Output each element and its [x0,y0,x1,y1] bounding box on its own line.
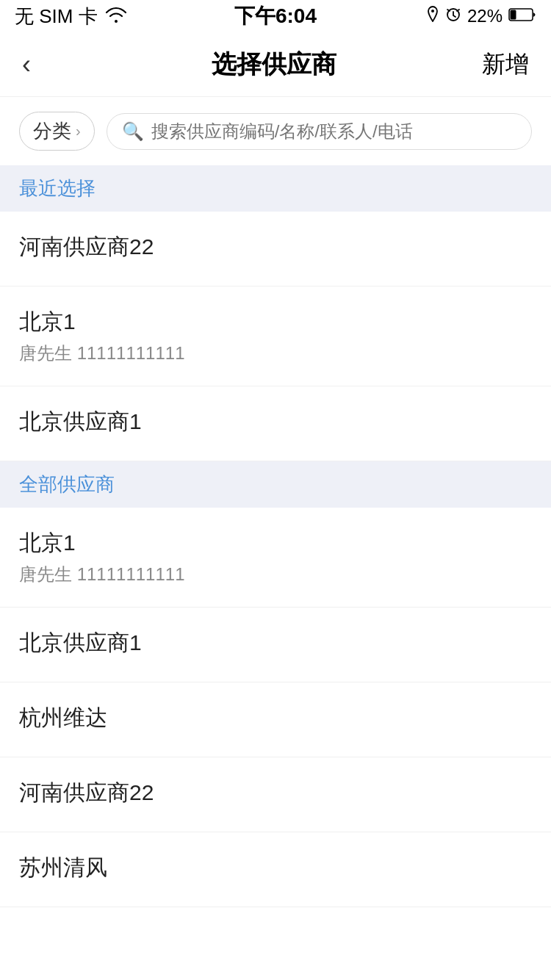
battery-percent: 22% [467,6,503,26]
list-item[interactable]: 北京供应商1 [0,386,551,461]
carrier-text: 无 SIM 卡 [15,4,98,29]
status-left: 无 SIM 卡 [15,4,127,29]
item-name: 北京1 [19,528,532,558]
svg-rect-3 [511,10,516,20]
all-section-header: 全部供应商 [0,461,551,508]
list-item[interactable]: 河南供应商22 [0,212,551,287]
alarm-icon [445,6,461,26]
wifi-icon [105,5,127,28]
search-input[interactable] [151,121,516,142]
location-icon [426,6,439,26]
recent-section-header: 最近选择 [0,165,551,212]
nav-bar: ‹ 选择供应商 新增 [0,32,551,97]
status-time: 下午6:04 [234,2,317,30]
svg-point-0 [431,10,434,12]
item-name: 河南供应商22 [19,778,532,808]
search-box: 🔍 [107,113,532,150]
recent-list: 河南供应商22北京1唐先生 11111111111北京供应商1 [0,212,551,461]
item-name: 苏州清风 [19,853,532,883]
list-item[interactable]: 河南供应商22 [0,757,551,832]
list-item[interactable]: 北京1唐先生 11111111111 [0,508,551,608]
status-right: 22% [426,6,536,26]
item-sub: 唐先生 11111111111 [19,563,532,586]
item-sub: 唐先生 11111111111 [19,342,532,365]
chevron-right-icon: › [76,123,81,140]
add-button[interactable]: 新增 [482,48,529,81]
item-name: 北京供应商1 [19,628,532,658]
list-item[interactable]: 苏州清风 [0,832,551,907]
item-name: 杭州维达 [19,703,532,733]
back-button[interactable]: ‹ [22,49,66,80]
all-list: 北京1唐先生 11111111111北京供应商1杭州维达河南供应商22苏州清风 [0,508,551,907]
battery-icon [508,6,536,26]
category-label: 分类 [33,118,71,144]
item-name: 北京1 [19,307,532,337]
list-item[interactable]: 杭州维达 [0,682,551,757]
page-title: 选择供应商 [212,48,336,82]
recent-section-label: 最近选择 [19,177,96,199]
item-name: 河南供应商22 [19,232,532,262]
list-item[interactable]: 北京供应商1 [0,608,551,682]
item-name: 北京供应商1 [19,407,532,437]
filter-bar: 分类 › 🔍 [0,97,551,165]
list-item[interactable]: 北京1唐先生 11111111111 [0,287,551,386]
category-filter-button[interactable]: 分类 › [19,112,95,151]
all-section-label: 全部供应商 [19,473,115,495]
search-icon: 🔍 [122,121,144,142]
status-bar: 无 SIM 卡 下午6:04 22% [0,0,551,32]
